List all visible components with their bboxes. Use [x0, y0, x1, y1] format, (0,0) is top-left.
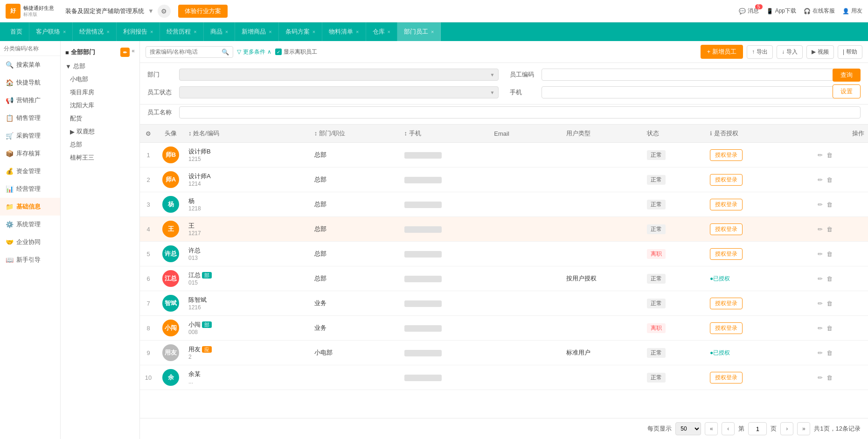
- edit-icon[interactable]: ✏: [818, 251, 823, 258]
- authorize-btn[interactable]: 授权登录: [710, 199, 743, 210]
- sidebar-item-cooperation[interactable]: 🤝 企业协同: [0, 233, 60, 251]
- dept-edit-icon[interactable]: ✏: [120, 48, 130, 57]
- nav-tab-new-goods[interactable]: 新增商品 ×: [235, 22, 278, 41]
- col-settings[interactable]: ⚙: [140, 125, 157, 143]
- tab-close[interactable]: ×: [150, 29, 153, 35]
- col-name[interactable]: ↕ 姓名/编码: [185, 125, 311, 143]
- tab-close[interactable]: ×: [312, 29, 315, 35]
- edit-icon[interactable]: ✏: [818, 374, 823, 381]
- nav-tab-warehouse[interactable]: 仓库 ×: [366, 22, 397, 41]
- delete-icon[interactable]: 🗑: [826, 325, 833, 332]
- dept-tree-item-shuanglu[interactable]: ▶ 双鹿想: [61, 125, 139, 138]
- nav-tab-barcode[interactable]: 条码方案 ×: [279, 22, 322, 41]
- nav-tab-bom[interactable]: 物料清单 ×: [322, 22, 366, 41]
- nav-tab-operations[interactable]: 经营情况 ×: [73, 22, 116, 41]
- sidebar-item-basic-info[interactable]: 📁 基础信息: [0, 198, 60, 216]
- authorize-btn[interactable]: 授权登录: [710, 298, 743, 309]
- delete-icon[interactable]: 🗑: [826, 349, 833, 356]
- sidebar-item-purchase[interactable]: 🛒 采购管理: [0, 127, 60, 145]
- dept-tree-item-small-elec[interactable]: 小电部: [61, 73, 139, 86]
- settings-button[interactable]: 设置: [833, 84, 861, 98]
- authorize-btn[interactable]: 授权登录: [710, 174, 743, 186]
- last-page-btn[interactable]: »: [797, 422, 810, 435]
- dept-tree-item-general[interactable]: ▼ 总部: [61, 60, 139, 73]
- dept-tree-item-project-room[interactable]: 项目库房: [61, 86, 139, 99]
- delete-icon[interactable]: 🗑: [826, 374, 833, 381]
- system-title-dropdown[interactable]: ▼: [148, 7, 154, 14]
- nav-tab-history[interactable]: 经营历程 ×: [160, 22, 203, 41]
- delete-icon[interactable]: 🗑: [826, 300, 833, 307]
- app-download-action[interactable]: 📱 App下载: [766, 7, 796, 15]
- edit-icon[interactable]: ✏: [818, 152, 823, 159]
- add-employee-button[interactable]: + 新增员工: [701, 45, 743, 59]
- tab-close[interactable]: ×: [431, 29, 434, 35]
- sidebar-item-inventory[interactable]: 📦 库存核算: [0, 145, 60, 162]
- export-button[interactable]: ↑ 导出: [747, 45, 773, 59]
- delete-icon[interactable]: 🗑: [826, 152, 833, 159]
- dept-tree-item-headquarters[interactable]: 总部: [61, 138, 139, 151]
- auth-info-icon[interactable]: ℹ: [710, 130, 712, 137]
- page-input[interactable]: [748, 422, 767, 435]
- tab-close[interactable]: ×: [194, 29, 196, 35]
- nav-tab-home[interactable]: 首页: [4, 22, 29, 41]
- dept-collapse-icon[interactable]: «: [132, 48, 135, 57]
- sidebar-item-operations[interactable]: 📊 经营管理: [0, 180, 60, 198]
- next-page-btn[interactable]: ›: [780, 422, 793, 435]
- sidebar-item-guide[interactable]: 📖 新手引导: [0, 251, 60, 269]
- phone-input[interactable]: [542, 86, 861, 98]
- more-filter-btn[interactable]: ▽ 更多条件 ∧: [237, 48, 271, 56]
- sidebar-search-input[interactable]: [4, 45, 61, 52]
- gear-icon[interactable]: ⚙: [158, 5, 171, 18]
- authorize-btn[interactable]: 授权登录: [710, 248, 743, 260]
- nav-tab-employees[interactable]: 部门员工 ×: [397, 22, 441, 41]
- dept-tree-item-zhishu[interactable]: 植树王三: [61, 151, 139, 164]
- tab-close[interactable]: ×: [356, 29, 359, 35]
- edit-icon[interactable]: ✏: [818, 201, 823, 208]
- sidebar-item-marketing[interactable]: 📢 营销推广: [0, 91, 60, 109]
- edit-icon[interactable]: ✏: [818, 300, 823, 307]
- resigned-checkbox[interactable]: ✓: [275, 49, 282, 55]
- dept-tree-item-shenyang[interactable]: 沈阳大库: [61, 99, 139, 112]
- col-phone[interactable]: ↕ 手机: [401, 125, 491, 143]
- search-button[interactable]: 查询: [833, 69, 861, 82]
- authorize-btn[interactable]: 授权登录: [710, 322, 743, 334]
- delete-icon[interactable]: 🗑: [826, 226, 833, 233]
- emp-code-input[interactable]: [542, 69, 861, 81]
- tab-close[interactable]: ×: [225, 29, 228, 35]
- sidebar-item-search[interactable]: 🔍 搜索菜单: [0, 56, 60, 74]
- tab-close[interactable]: ×: [63, 29, 66, 35]
- authorize-btn[interactable]: 授权登录: [710, 372, 743, 383]
- tab-close[interactable]: ×: [106, 29, 109, 35]
- sidebar-item-system[interactable]: ⚙️ 系统管理: [0, 216, 60, 233]
- message-action[interactable]: 💬 消息 5: [739, 7, 759, 15]
- edit-icon[interactable]: ✏: [818, 275, 823, 282]
- sidebar-item-quick-nav[interactable]: 🏠 快捷导航: [0, 74, 60, 91]
- search-input[interactable]: [150, 49, 220, 55]
- col-dept[interactable]: ↕ 部门/职位: [311, 125, 401, 143]
- tab-close[interactable]: ×: [388, 29, 390, 35]
- delete-icon[interactable]: 🗑: [826, 251, 833, 258]
- dept-select[interactable]: [179, 69, 499, 81]
- edit-icon[interactable]: ✏: [818, 226, 823, 233]
- authorize-btn[interactable]: 授权登录: [710, 149, 743, 161]
- experience-button[interactable]: 体验行业方案: [178, 5, 228, 18]
- sidebar-item-sales[interactable]: 📋 销售管理: [0, 109, 60, 127]
- emp-name-input[interactable]: [179, 106, 861, 118]
- delete-icon[interactable]: 🗑: [826, 176, 833, 183]
- tab-close[interactable]: ×: [269, 29, 271, 35]
- authorize-btn[interactable]: 授权登录: [710, 223, 743, 235]
- edit-icon[interactable]: ✏: [818, 325, 823, 332]
- import-button[interactable]: ↓ 导入: [777, 45, 803, 59]
- first-page-btn[interactable]: «: [705, 422, 718, 435]
- edit-icon[interactable]: ✏: [818, 349, 823, 356]
- emp-status-select[interactable]: [179, 86, 499, 98]
- search-icon[interactable]: 🔍: [222, 49, 229, 56]
- sidebar-item-finance[interactable]: 💰 资金管理: [0, 162, 60, 180]
- nav-tab-customer[interactable]: 客户联络 ×: [29, 22, 73, 41]
- nav-tab-profit[interactable]: 利润报告 ×: [117, 22, 160, 41]
- show-resigned-toggle[interactable]: ✓ 显示离职员工: [275, 48, 317, 56]
- edit-icon[interactable]: ✏: [818, 176, 823, 183]
- online-service-action[interactable]: 🎧 在线客服: [804, 7, 835, 15]
- delete-icon[interactable]: 🗑: [826, 201, 833, 208]
- nav-tab-goods[interactable]: 商品 ×: [204, 22, 235, 41]
